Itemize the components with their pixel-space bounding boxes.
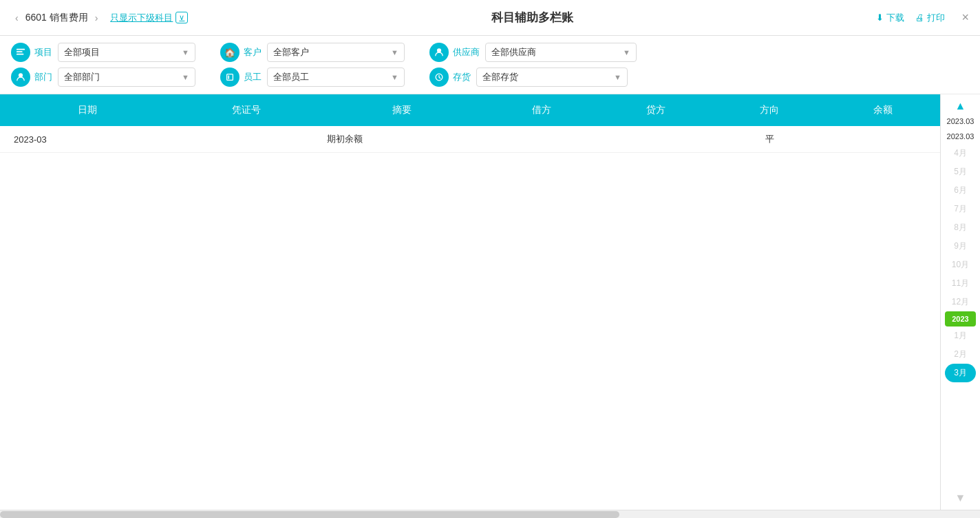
customer-label: 客户	[244, 46, 262, 59]
supplier-label: 供应商	[453, 46, 480, 59]
download-label: 下载	[886, 12, 904, 24]
inventory-select[interactable]: 全部存货 ▼	[476, 68, 628, 87]
col-balance: 余额	[827, 94, 940, 126]
project-value: 全部项目	[64, 46, 100, 59]
timeline-9[interactable]: 9月	[941, 237, 980, 256]
account-code: 6601 销售费用	[25, 12, 88, 24]
timeline-2[interactable]: 2月	[941, 345, 980, 364]
timeline-10[interactable]: 10月	[941, 256, 980, 274]
filter-item-employee: 员工 全部员工 ▼	[220, 68, 405, 87]
svg-rect-0	[17, 49, 25, 50]
timeline-sidebar: ▲ 2023.03 2023.03 4月 5月 6月 7月 8月 9月 10月 …	[940, 94, 980, 510]
customer-arrow: ▼	[391, 48, 398, 56]
col-summary: 摘要	[319, 94, 485, 126]
customer-icon: 🏠	[220, 43, 239, 62]
svg-rect-2	[17, 54, 24, 55]
show-sub-arrow: ∨	[175, 12, 188, 23]
timeline-3-active[interactable]: 3月	[945, 364, 976, 382]
table-area[interactable]: 日期 凭证号 摘要 借方 贷方 方向 余额 2023-03 期初余额	[0, 94, 940, 510]
department-label: 部门	[34, 71, 52, 83]
customer-select[interactable]: 全部客户 ▼	[267, 43, 405, 62]
header-bar: ‹ 6601 销售费用 › 只显示下级科目 ∨ 科目辅助多栏账 ⬇ 下载 🖨 打…	[0, 0, 980, 36]
filter-row-1: 项目 全部项目 ▼ 🏠 客户 全部客户 ▼	[11, 43, 969, 62]
customer-value: 全部客户	[273, 46, 309, 59]
department-value: 全部部门	[64, 71, 100, 83]
project-select[interactable]: 全部项目 ▼	[58, 43, 195, 62]
timeline-2023-03-first[interactable]: 2023.03	[941, 114, 980, 129]
project-icon	[11, 43, 30, 62]
employee-label: 员工	[244, 71, 262, 83]
print-button[interactable]: 🖨 打印	[915, 12, 945, 24]
timeline-6[interactable]: 6月	[941, 181, 980, 200]
inventory-icon	[429, 68, 449, 87]
filter-item-supplier: 供应商 全部供应商 ▼	[429, 43, 637, 62]
cell-direction: 平	[712, 126, 826, 153]
scrollbar-thumb[interactable]	[0, 511, 619, 518]
timeline-up-arrow[interactable]: ▲	[955, 99, 966, 114]
col-credit: 贷方	[599, 94, 712, 126]
col-date: 日期	[0, 94, 174, 126]
svg-rect-1	[17, 51, 23, 52]
employee-icon	[220, 68, 239, 87]
supplier-select[interactable]: 全部供应商 ▼	[485, 43, 637, 62]
download-button[interactable]: ⬇ 下载	[876, 12, 904, 24]
download-icon: ⬇	[876, 12, 884, 23]
table-row: 2023-03 期初余额 平	[0, 126, 940, 153]
col-direction: 方向	[712, 94, 826, 126]
supplier-arrow: ▼	[623, 48, 630, 56]
timeline-4[interactable]: 4月	[941, 144, 980, 163]
prev-arrow[interactable]: ‹	[11, 11, 23, 25]
scrollbar-container[interactable]	[0, 510, 980, 518]
header-actions: ⬇ 下载 🖨 打印 ×	[876, 10, 969, 25]
filter-item-customer: 🏠 客户 全部客户 ▼	[220, 43, 405, 62]
svg-rect-6	[227, 74, 233, 81]
close-button[interactable]: ×	[961, 10, 969, 25]
cell-date: 2023-03	[0, 126, 174, 153]
cell-balance	[827, 126, 940, 153]
cell-credit	[599, 126, 712, 153]
main-window: ‹ 6601 销售费用 › 只显示下级科目 ∨ 科目辅助多栏账 ⬇ 下载 🖨 打…	[0, 0, 980, 518]
department-select[interactable]: 全部部门 ▼	[58, 68, 195, 87]
department-icon	[11, 68, 30, 87]
filter-area: 项目 全部项目 ▼ 🏠 客户 全部客户 ▼	[0, 36, 980, 94]
filter-item-department: 部门 全部部门 ▼	[11, 68, 195, 87]
cell-debit	[485, 126, 599, 153]
svg-rect-7	[228, 75, 229, 79]
data-table: 日期 凭证号 摘要 借方 贷方 方向 余额 2023-03 期初余额	[0, 94, 940, 153]
inventory-value: 全部存货	[482, 71, 518, 83]
project-label: 项目	[34, 46, 52, 59]
filter-item-project: 项目 全部项目 ▼	[11, 43, 195, 62]
inventory-label: 存货	[453, 71, 471, 83]
timeline-7[interactable]: 7月	[941, 200, 980, 218]
show-sub-label: 只显示下级科目	[110, 12, 173, 24]
page-title: 科目辅助多栏账	[188, 10, 876, 25]
col-voucher: 凭证号	[174, 94, 319, 126]
timeline-5[interactable]: 5月	[941, 163, 980, 181]
timeline-year-2023[interactable]: 2023	[945, 311, 976, 327]
timeline-1[interactable]: 1月	[941, 327, 980, 345]
employee-arrow: ▼	[391, 73, 398, 81]
main-content: 日期 凭证号 摘要 借方 贷方 方向 余额 2023-03 期初余额	[0, 94, 980, 510]
print-icon: 🖨	[915, 12, 924, 23]
filter-row-2: 部门 全部部门 ▼ 员工 全部员工 ▼	[11, 68, 969, 87]
supplier-value: 全部供应商	[491, 46, 536, 59]
show-sub-toggle[interactable]: 只显示下级科目 ∨	[110, 12, 188, 24]
col-debit: 借方	[485, 94, 599, 126]
filter-item-inventory: 存货 全部存货 ▼	[429, 68, 628, 87]
table-header-row: 日期 凭证号 摘要 借方 贷方 方向 余额	[0, 94, 940, 126]
timeline-11[interactable]: 11月	[941, 274, 980, 293]
timeline-8[interactable]: 8月	[941, 218, 980, 237]
timeline-down-arrow[interactable]: ▼	[955, 490, 966, 506]
employee-select[interactable]: 全部员工 ▼	[267, 68, 405, 87]
department-arrow: ▼	[182, 73, 189, 81]
next-arrow[interactable]: ›	[91, 11, 103, 25]
cell-voucher	[174, 126, 319, 153]
cell-summary: 期初余额	[319, 126, 485, 153]
inventory-arrow: ▼	[614, 73, 621, 81]
timeline-2023-03-second[interactable]: 2023.03	[941, 129, 980, 144]
project-arrow: ▼	[182, 48, 189, 56]
employee-value: 全部员工	[273, 71, 309, 83]
print-label: 打印	[927, 12, 945, 24]
supplier-icon	[429, 43, 449, 62]
timeline-12[interactable]: 12月	[941, 293, 980, 311]
